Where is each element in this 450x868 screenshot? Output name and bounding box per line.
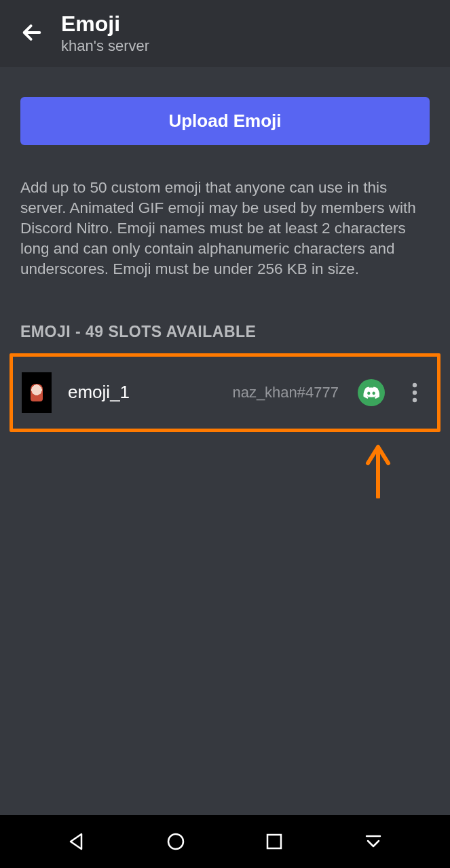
drawer-down-icon — [363, 831, 383, 852]
arrow-left-icon — [20, 21, 43, 44]
back-button[interactable] — [20, 21, 43, 47]
emoji-thumbnail — [22, 372, 52, 413]
arrow-up-icon — [361, 444, 395, 498]
system-nav-bar — [0, 815, 450, 868]
svg-rect-4 — [267, 835, 281, 848]
discord-logo-icon — [363, 387, 379, 399]
nav-recent-button[interactable] — [261, 828, 288, 855]
annotation-arrow — [361, 444, 395, 501]
emoji-more-button[interactable] — [401, 379, 428, 406]
emoji-uploader-tag: naz_khan#4777 — [232, 384, 339, 401]
circle-home-icon — [166, 831, 186, 852]
page-subtitle: khan's server — [61, 37, 149, 55]
content-area: Upload Emoji Add up to 50 custom emoji t… — [0, 67, 450, 815]
svg-point-1 — [413, 391, 417, 395]
nav-back-button[interactable] — [63, 828, 90, 855]
upload-emoji-button[interactable]: Upload Emoji — [20, 97, 430, 145]
nav-home-button[interactable] — [162, 828, 189, 855]
svg-point-2 — [413, 398, 417, 402]
description-text: Add up to 50 custom emoji that anyone ca… — [20, 178, 430, 279]
nav-drawer-button[interactable] — [360, 828, 387, 855]
emoji-list: emoji_1 naz_khan#4777 — [20, 368, 430, 417]
header-bar: Emoji khan's server — [0, 0, 450, 67]
emoji-row[interactable]: emoji_1 naz_khan#4777 — [20, 368, 430, 417]
emoji-image — [31, 384, 43, 401]
svg-point-3 — [168, 834, 183, 849]
page-title: Emoji — [61, 12, 149, 36]
triangle-back-icon — [67, 831, 87, 852]
emoji-section-header: EMOJI - 49 SLOTS AVAILABLE — [20, 323, 430, 341]
emoji-name: emoji_1 — [68, 382, 130, 403]
square-recent-icon — [265, 833, 283, 850]
svg-point-0 — [413, 383, 417, 387]
uploader-avatar — [358, 379, 385, 406]
more-vertical-icon — [412, 382, 417, 403]
header-text: Emoji khan's server — [61, 12, 149, 55]
